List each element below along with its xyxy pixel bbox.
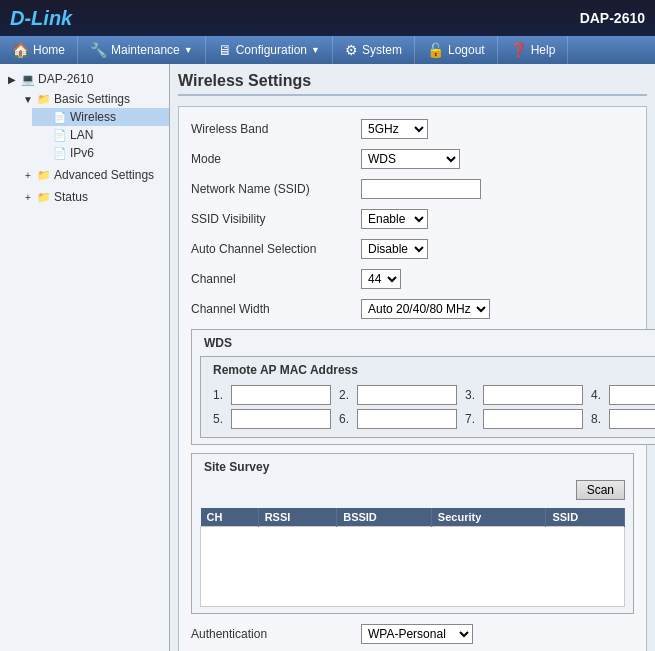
ipv6-label: IPv6 bbox=[70, 146, 94, 160]
ssid-row: Network Name (SSID) Bron_5GHz bbox=[191, 177, 634, 201]
main-layout: ▶ 💻 DAP-2610 ▼ 📁 Basic Settings 📄 bbox=[0, 64, 655, 651]
nav-system[interactable]: ⚙ System bbox=[333, 36, 415, 64]
content-area: Wireless Settings Wireless Band 5GHz 2.4… bbox=[170, 64, 655, 651]
ssid-visibility-select[interactable]: Enable Disable bbox=[361, 209, 428, 229]
sidebar-basic-settings: ▼ 📁 Basic Settings 📄 Wireless 📄 bbox=[16, 88, 169, 164]
sidebar-item-ipv6[interactable]: 📄 IPv6 bbox=[32, 144, 169, 162]
sidebar-root-text: DAP-2610 bbox=[38, 72, 93, 86]
auto-channel-select[interactable]: Disable Enable bbox=[361, 239, 428, 259]
sidebar-item-wireless[interactable]: 📄 Wireless bbox=[32, 108, 169, 126]
nav-home-label: Home bbox=[33, 43, 65, 57]
sidebar-children: ▼ 📁 Basic Settings 📄 Wireless 📄 bbox=[0, 88, 169, 208]
status-icon: 📁 bbox=[37, 191, 51, 204]
nav-configuration-label: Configuration bbox=[236, 43, 307, 57]
wireless-band-label: Wireless Band bbox=[191, 122, 361, 136]
survey-col-ch: CH bbox=[201, 508, 259, 527]
channel-select[interactable]: 44 36 40 48 bbox=[361, 269, 401, 289]
site-survey-table: CH RSSI BSSID Security SSID bbox=[200, 508, 625, 607]
logo-text: D-Link bbox=[10, 7, 72, 29]
ssid-visibility-label: SSID Visibility bbox=[191, 212, 361, 226]
advanced-folder-icon: 📁 bbox=[37, 169, 51, 182]
ssid-input[interactable]: Bron_5GHz bbox=[361, 179, 481, 199]
sidebar-status-label[interactable]: + 📁 Status bbox=[16, 188, 169, 206]
sidebar-root: ▶ 💻 DAP-2610 ▼ 📁 Basic Settings 📄 bbox=[0, 68, 169, 210]
channel-row: Channel 44 36 40 48 bbox=[191, 267, 634, 291]
mode-label: Mode bbox=[191, 152, 361, 166]
device-icon: 💻 bbox=[21, 73, 35, 86]
maintenance-icon: 🔧 bbox=[90, 42, 107, 58]
sidebar-item-lan[interactable]: 📄 LAN bbox=[32, 126, 169, 144]
mac-input-3[interactable] bbox=[483, 385, 583, 405]
survey-col-rssi: RSSI bbox=[258, 508, 337, 527]
remote-ap-legend: Remote AP MAC Address bbox=[209, 363, 655, 377]
mac-input-7[interactable] bbox=[483, 409, 583, 429]
channel-width-label: Channel Width bbox=[191, 302, 361, 316]
channel-label: Channel bbox=[191, 272, 361, 286]
nav-home[interactable]: 🏠 Home bbox=[0, 36, 78, 64]
survey-body bbox=[201, 527, 625, 607]
mac-input-6[interactable] bbox=[357, 409, 457, 429]
sidebar: ▶ 💻 DAP-2610 ▼ 📁 Basic Settings 📄 bbox=[0, 64, 170, 651]
mac-num-4: 4. bbox=[587, 383, 605, 407]
wireless-band-select[interactable]: 5GHz 2.4GHz bbox=[361, 119, 428, 139]
mac-input-1[interactable] bbox=[231, 385, 331, 405]
auth-select[interactable]: WPA-Personal WPA-Enterprise Open bbox=[361, 624, 473, 644]
scan-button[interactable]: Scan bbox=[576, 480, 625, 500]
channel-control: 44 36 40 48 bbox=[361, 269, 401, 289]
navbar: 🏠 Home 🔧 Maintenance ▼ 🖥 Configuration ▼… bbox=[0, 36, 655, 64]
page-title: Wireless Settings bbox=[178, 72, 647, 96]
wireless-icon: 📄 bbox=[53, 111, 67, 124]
nav-logout[interactable]: 🔓 Logout bbox=[415, 36, 498, 64]
expander-advanced-icon: + bbox=[22, 170, 34, 181]
nav-help[interactable]: ❓ Help bbox=[498, 36, 569, 64]
mac-input-4[interactable] bbox=[609, 385, 655, 405]
chevron-down-icon2: ▼ bbox=[311, 45, 320, 55]
nav-configuration[interactable]: 🖥 Configuration ▼ bbox=[206, 36, 333, 64]
mac-input-5[interactable] bbox=[231, 409, 331, 429]
mac-num-6: 6. bbox=[335, 407, 353, 431]
auth-control: WPA-Personal WPA-Enterprise Open bbox=[361, 624, 473, 644]
chevron-down-icon: ▼ bbox=[184, 45, 193, 55]
mac-num-1: 1. bbox=[209, 383, 227, 407]
auto-channel-row: Auto Channel Selection Disable Enable bbox=[191, 237, 634, 261]
logo: D-Link bbox=[10, 7, 72, 30]
ssid-visibility-row: SSID Visibility Enable Disable bbox=[191, 207, 634, 231]
mac-num-7: 7. bbox=[461, 407, 479, 431]
survey-col-bssid: BSSID bbox=[337, 508, 432, 527]
configuration-icon: 🖥 bbox=[218, 42, 232, 58]
survey-header-row: CH RSSI BSSID Security SSID bbox=[201, 508, 625, 527]
advanced-settings-text: Advanced Settings bbox=[54, 168, 154, 182]
channel-width-select[interactable]: Auto 20/40/80 MHz 20 MHz 40 MHz 80 MHz bbox=[361, 299, 490, 319]
sidebar-root-label[interactable]: ▶ 💻 DAP-2610 bbox=[0, 70, 169, 88]
expander-basic-icon: ▼ bbox=[22, 94, 34, 105]
basic-settings-children: 📄 Wireless 📄 LAN 📄 IPv6 bbox=[16, 108, 169, 162]
wireless-label: Wireless bbox=[70, 110, 116, 124]
basic-settings-text: Basic Settings bbox=[54, 92, 130, 106]
ssid-visibility-control: Enable Disable bbox=[361, 209, 428, 229]
survey-empty-row bbox=[201, 527, 625, 607]
wds-section: WDS Remote AP MAC Address 1. 2. 3. 4. bbox=[191, 329, 655, 445]
channel-width-control: Auto 20/40/80 MHz 20 MHz 40 MHz 80 MHz bbox=[361, 299, 490, 319]
nav-maintenance[interactable]: 🔧 Maintenance ▼ bbox=[78, 36, 206, 64]
mac-num-5: 5. bbox=[209, 407, 227, 431]
home-icon: 🏠 bbox=[12, 42, 29, 58]
mac-input-2[interactable] bbox=[357, 385, 457, 405]
status-text: Status bbox=[54, 190, 88, 204]
wireless-band-control: 5GHz 2.4GHz bbox=[361, 119, 428, 139]
help-icon: ❓ bbox=[510, 42, 527, 58]
model-name: DAP-2610 bbox=[580, 10, 645, 26]
lan-icon: 📄 bbox=[53, 129, 67, 142]
wireless-settings-form: Wireless Band 5GHz 2.4GHz Mode WDS Acces… bbox=[178, 106, 647, 651]
sidebar-status: + 📁 Status bbox=[16, 186, 169, 208]
mac-input-8[interactable] bbox=[609, 409, 655, 429]
ssid-control: Bron_5GHz bbox=[361, 179, 481, 199]
survey-col-ssid: SSID bbox=[546, 508, 625, 527]
header: D-Link DAP-2610 bbox=[0, 0, 655, 36]
ipv6-icon: 📄 bbox=[53, 147, 67, 160]
wds-legend: WDS bbox=[200, 336, 655, 350]
sidebar-advanced-label[interactable]: + 📁 Advanced Settings bbox=[16, 166, 169, 184]
expander-status-icon: + bbox=[22, 192, 34, 203]
mode-select[interactable]: WDS Access Point WDS with AP bbox=[361, 149, 460, 169]
site-survey-legend: Site Survey bbox=[200, 460, 625, 474]
sidebar-basic-settings-label[interactable]: ▼ 📁 Basic Settings bbox=[16, 90, 169, 108]
